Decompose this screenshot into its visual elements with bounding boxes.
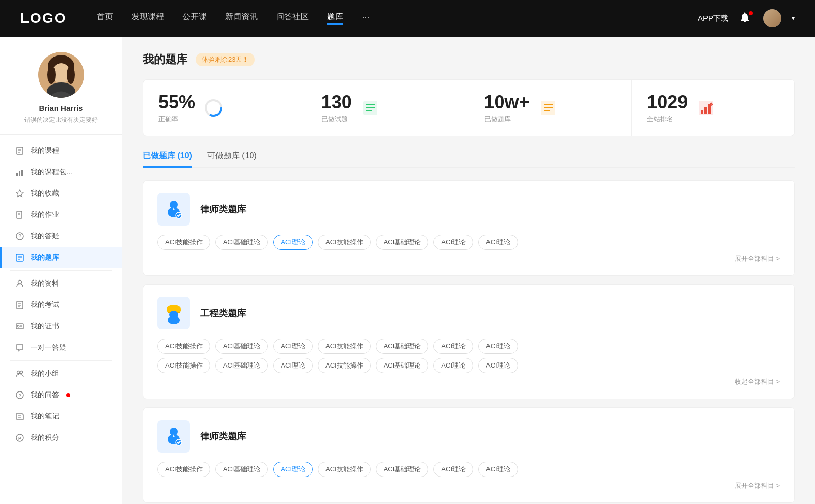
sidebar-item-my-packages[interactable]: 我的课程包... xyxy=(0,161,122,183)
svg-rect-47 xyxy=(544,104,553,105)
tag-3-4[interactable]: ACI基础理论 xyxy=(376,462,429,477)
tag-2-5[interactable]: ACI理论 xyxy=(433,339,473,354)
stat-icon-list-green xyxy=(360,98,381,118)
tag-3-3[interactable]: ACI技能操作 xyxy=(318,462,371,477)
main-layout: Brian Harris 错误的决定比没有决定要好 我的课程 我的课程包... xyxy=(0,37,815,504)
nav-more[interactable]: ··· xyxy=(362,12,369,25)
sidebar-item-my-profile[interactable]: 我的资料 xyxy=(0,273,122,294)
tag-2-8[interactable]: ACI基础理论 xyxy=(215,358,268,373)
tab-available-banks[interactable]: 可做题库 (10) xyxy=(207,151,257,168)
tag-3-1[interactable]: ACI基础理论 xyxy=(215,462,268,477)
svg-text:?: ? xyxy=(18,234,21,239)
sidebar-item-my-quiz[interactable]: 我的题库 xyxy=(0,247,122,268)
sidebar-item-one-on-one[interactable]: 一对一答疑 xyxy=(0,337,122,358)
nav-open-course[interactable]: 公开课 xyxy=(182,12,207,25)
quiz-bank-card-engineer: 工程类题库 ACI技能操作 ACI基础理论 ACI理论 ACI技能操作 ACI基… xyxy=(143,284,795,399)
svg-rect-53 xyxy=(708,104,711,114)
svg-rect-51 xyxy=(701,110,703,114)
quiz-bank-icon-lawyer xyxy=(157,193,190,226)
stat-value-done-questions: 130 xyxy=(321,92,352,113)
tag-2-6[interactable]: ACI理论 xyxy=(478,339,518,354)
nav-qa[interactable]: 问答社区 xyxy=(276,12,309,25)
sidebar-item-my-homework[interactable]: 我的作业 xyxy=(0,204,122,226)
quiz-icon xyxy=(15,253,24,262)
sidebar-item-my-favorites[interactable]: 我的收藏 xyxy=(0,183,122,204)
collapse-link-2[interactable]: 收起全部科目 > xyxy=(157,377,780,386)
sidebar-item-my-answers[interactable]: ? 我的问答 xyxy=(0,384,122,406)
nav-quiz[interactable]: 题库 xyxy=(327,12,343,25)
svg-rect-10 xyxy=(16,173,18,176)
tag-3-0[interactable]: ACI技能操作 xyxy=(157,462,210,477)
sidebar-item-my-notes[interactable]: 我的笔记 xyxy=(0,406,122,427)
stat-card-accuracy: 55% 正确率 xyxy=(143,80,306,136)
svg-point-62 xyxy=(168,316,180,324)
trial-badge: 体验剩余23天！ xyxy=(196,53,255,66)
tag-1-3[interactable]: ACI技能操作 xyxy=(318,235,371,250)
points-icon: P xyxy=(15,433,24,442)
nav-news[interactable]: 新闻资讯 xyxy=(225,12,258,25)
expand-link-1[interactable]: 展开全部科目 > xyxy=(157,254,780,263)
tag-2-11[interactable]: ACI基础理论 xyxy=(376,358,429,373)
sidebar-item-my-courses[interactable]: 我的课程 xyxy=(0,140,122,161)
engineer-icon xyxy=(162,302,185,324)
answers-icon: ? xyxy=(15,390,24,400)
svg-rect-49 xyxy=(544,110,550,111)
tag-3-6[interactable]: ACI理论 xyxy=(478,462,518,477)
quiz-bank-tags-1: ACI技能操作 ACI基础理论 ACI理论 ACI技能操作 ACI基础理论 AC… xyxy=(157,235,780,250)
sidebar-item-my-points[interactable]: P 我的积分 xyxy=(0,427,122,449)
nav-home[interactable]: 首页 xyxy=(97,12,113,25)
nav-chevron-down-icon[interactable]: ▾ xyxy=(792,15,795,22)
svg-rect-11 xyxy=(19,171,20,176)
tag-1-6[interactable]: ACI理论 xyxy=(478,235,518,250)
quiz-bank-icon-lawyer-2 xyxy=(157,420,190,453)
tag-1-5[interactable]: ACI理论 xyxy=(433,235,473,250)
tag-2-2[interactable]: ACI理论 xyxy=(273,339,313,354)
tag-2-0[interactable]: ACI技能操作 xyxy=(157,339,210,354)
sidebar-item-my-questions[interactable]: ? 我的答疑 xyxy=(0,226,122,247)
answers-notification-dot xyxy=(66,393,70,397)
tag-3-2[interactable]: ACI理论 xyxy=(273,462,313,477)
tab-done-banks[interactable]: 已做题库 (10) xyxy=(143,151,192,168)
tag-2-3[interactable]: ACI技能操作 xyxy=(318,339,371,354)
page-header: 我的题库 体验剩余23天！ xyxy=(143,52,795,67)
stat-label-rank: 全站排名 xyxy=(647,115,688,124)
tag-2-4[interactable]: ACI基础理论 xyxy=(376,339,429,354)
cert-icon xyxy=(15,322,24,331)
nav-discover[interactable]: 发现课程 xyxy=(131,12,164,25)
file-icon xyxy=(15,146,24,155)
tag-1-1[interactable]: ACI基础理论 xyxy=(215,235,268,250)
chart-icon xyxy=(15,167,24,177)
stat-value-accuracy: 55% xyxy=(158,92,195,113)
notes-icon xyxy=(15,412,24,421)
quiz-bank-card-lawyer-1: 律师类题库 ACI技能操作 ACI基础理论 ACI理论 ACI技能操作 ACI基… xyxy=(143,180,795,276)
notification-dot xyxy=(749,11,753,15)
sidebar-item-my-group[interactable]: 我的小组 xyxy=(0,363,122,384)
stat-label-accuracy: 正确率 xyxy=(158,115,195,124)
tag-2-13[interactable]: ACI理论 xyxy=(478,358,518,373)
tag-1-2[interactable]: ACI理论 xyxy=(273,235,313,250)
tag-2-12[interactable]: ACI理论 xyxy=(433,358,473,373)
stat-label-done-banks: 已做题库 xyxy=(484,115,530,124)
tag-2-7[interactable]: ACI技能操作 xyxy=(157,358,210,373)
svg-point-4 xyxy=(47,66,56,84)
quiz-bank-icon-engineer xyxy=(157,297,190,329)
nav-app-download[interactable]: APP下载 xyxy=(698,14,728,23)
sidebar-item-my-exam[interactable]: 我的考试 xyxy=(0,294,122,316)
quiz-bank-title-3: 律师类题库 xyxy=(200,430,246,442)
tag-2-10[interactable]: ACI技能操作 xyxy=(318,358,371,373)
tag-2-9[interactable]: ACI理论 xyxy=(273,358,313,373)
stat-value-done-banks: 10w+ xyxy=(484,92,530,113)
nav-notification-bell[interactable] xyxy=(739,11,753,25)
stats-row: 55% 正确率 130 已做试题 xyxy=(143,79,795,136)
tag-1-0[interactable]: ACI技能操作 xyxy=(157,235,210,250)
quiz-bank-header-3: 律师类题库 xyxy=(157,420,780,453)
expand-link-3[interactable]: 展开全部科目 > xyxy=(157,481,780,490)
sidebar-item-my-cert[interactable]: 我的证书 xyxy=(0,316,122,337)
lawyer-person-icon-2 xyxy=(162,425,185,447)
nav-user-avatar[interactable] xyxy=(763,9,781,27)
tag-2-1[interactable]: ACI基础理论 xyxy=(215,339,268,354)
tag-1-4[interactable]: ACI基础理论 xyxy=(376,235,429,250)
tag-3-5[interactable]: ACI理论 xyxy=(433,462,473,477)
main-content: 我的题库 体验剩余23天！ 55% 正确率 xyxy=(122,37,815,504)
svg-point-29 xyxy=(17,325,19,327)
